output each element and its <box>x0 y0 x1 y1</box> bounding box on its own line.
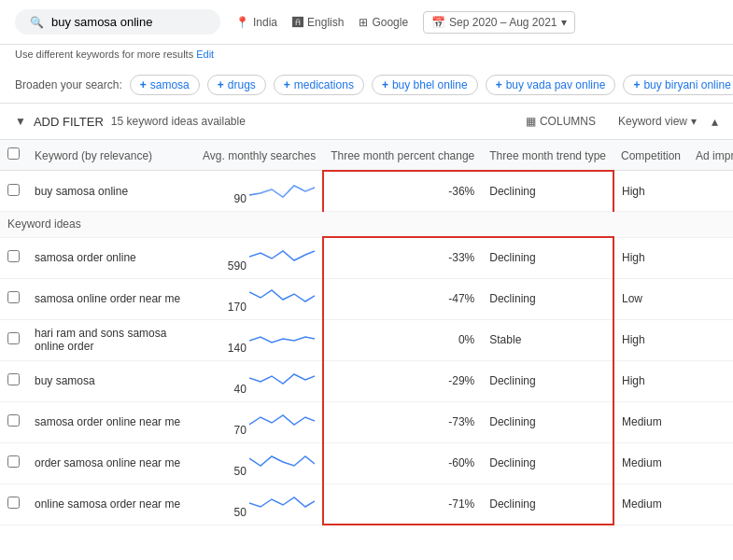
main-sparkline <box>249 176 315 203</box>
table-row: samosa order online near me 70 -73% Decl… <box>0 401 733 442</box>
search-bar: 🔍 📍 India 🅰 English ⊞ Google 📅 Sep 2020 … <box>0 0 733 45</box>
calendar-icon: 📅 <box>431 16 445 29</box>
network-label: Google <box>372 16 408 29</box>
row-keyword-cell: hari ram and sons samosa online order <box>27 319 195 360</box>
row-checkbox[interactable] <box>7 497 20 509</box>
broaden-tag-medications[interactable]: + medications <box>274 75 364 95</box>
row-checkbox-cell[interactable] <box>0 237 27 278</box>
row-checkbox[interactable] <box>7 414 20 427</box>
row-keyword-cell: order samosa online near me <box>27 442 195 483</box>
broaden-tag-buy-biryani[interactable]: + buy biryani online <box>623 75 733 95</box>
avg-monthly-col-header[interactable]: Avg. monthly searches <box>195 140 323 171</box>
row-checkbox[interactable] <box>7 373 20 385</box>
main-row-checkbox-cell[interactable] <box>0 171 27 212</box>
row-pct-cell: 0% <box>323 319 482 360</box>
plus-icon: + <box>218 78 224 91</box>
main-trend-cell: Declining <box>482 171 613 212</box>
location-icon: 📍 <box>235 16 249 29</box>
row-pct-cell: -60% <box>323 442 482 483</box>
row-checkbox[interactable] <box>7 455 20 468</box>
row-avg-monthly-cell: 140 <box>195 319 323 360</box>
row-ad-impression-cell: – <box>688 401 733 442</box>
filter-right: ▦ COLUMNS Keyword view ▾ ▴ <box>518 111 718 132</box>
three-month-trend-col-header[interactable]: Three month trend type <box>482 140 613 171</box>
broaden-tag-buy-vada[interactable]: + buy vada pav online <box>486 75 616 95</box>
row-keyword-cell: samosa online order near me <box>27 278 195 319</box>
row-trend-cell: Declining <box>482 278 613 319</box>
main-keyword-row: buy samosa online 90 -36% Declining High <box>0 171 733 212</box>
search-input[interactable] <box>51 15 205 29</box>
row-pct-cell: -71% <box>323 483 482 525</box>
location-label: India <box>253 16 277 29</box>
row-keyword-cell: samosa order online near me <box>27 401 195 442</box>
table-row: hari ram and sons samosa online order 14… <box>0 319 733 360</box>
table-header-row: Keyword (by relevance) Avg. monthly sear… <box>0 140 733 171</box>
keyword-ideas-label-cell: Keyword ideas <box>0 212 733 238</box>
row-checkbox-cell[interactable] <box>0 401 27 442</box>
keyword-col-header[interactable]: Keyword (by relevance) <box>27 140 195 171</box>
chevron-down-icon: ▾ <box>691 115 697 128</box>
broaden-label: Broaden your search: <box>15 78 122 91</box>
keyword-count: 15 keyword ideas available <box>111 115 246 128</box>
row-checkbox-cell[interactable] <box>0 483 27 525</box>
plus-icon: + <box>633 78 640 91</box>
chevron-down-icon: ▾ <box>561 16 567 29</box>
search-input-wrap[interactable]: 🔍 <box>15 9 220 35</box>
search-icon: 🔍 <box>30 16 44 29</box>
main-avg-monthly-cell: 90 <box>195 171 323 212</box>
broaden-bar: Broaden your search: + samosa + drugs + … <box>0 67 733 104</box>
hint-edit-link[interactable]: Edit <box>196 49 214 60</box>
row-ad-impression-cell: – <box>688 360 733 401</box>
row-trend-cell: Declining <box>482 237 613 278</box>
row-pct-cell: -33% <box>323 237 482 278</box>
row-competition-cell: Medium <box>613 401 688 442</box>
row-sparkline <box>249 408 315 434</box>
select-all-checkbox[interactable] <box>7 147 20 160</box>
broaden-tag-label: drugs <box>228 78 256 91</box>
row-ad-impression-cell: – <box>688 278 733 319</box>
row-pct-cell: -47% <box>323 278 482 319</box>
columns-button[interactable]: ▦ COLUMNS <box>518 111 603 132</box>
row-pct-cell: -29% <box>323 360 482 401</box>
main-competition-cell: High <box>613 171 688 212</box>
row-checkbox[interactable] <box>7 291 20 303</box>
row-avg-monthly-cell: 590 <box>195 237 323 278</box>
row-checkbox[interactable] <box>7 250 20 262</box>
table-row: online samosa order near me 50 -71% Decl… <box>0 483 733 525</box>
date-range-picker[interactable]: 📅 Sep 2020 – Aug 2021 ▾ <box>423 11 574 34</box>
row-competition-cell: Medium <box>613 483 688 525</box>
row-checkbox-cell[interactable] <box>0 442 27 483</box>
broaden-tag-label: buy bhel online <box>392 78 468 91</box>
translate-icon: 🅰 <box>292 16 303 29</box>
row-sparkline <box>249 244 315 270</box>
row-checkbox-cell[interactable] <box>0 525 27 527</box>
row-checkbox-cell[interactable] <box>0 319 27 360</box>
row-sparkline <box>249 449 315 475</box>
row-competition-cell: High <box>613 237 688 278</box>
row-ad-impression-cell: – <box>688 525 733 527</box>
main-row-checkbox[interactable] <box>7 184 20 196</box>
broaden-tag-drugs[interactable]: + drugs <box>207 75 266 95</box>
broaden-tag-label: samosa <box>150 78 190 91</box>
row-checkbox-cell[interactable] <box>0 278 27 319</box>
broaden-tag-label: buy biryani online <box>643 78 730 91</box>
broaden-tag-buy-bhel[interactable]: + buy bhel online <box>372 75 478 95</box>
competition-col-header[interactable]: Competition <box>613 140 688 171</box>
table-row: buy samosa 40 -29% Declining High – ₹1.5… <box>0 360 733 401</box>
keyword-view-button[interactable]: Keyword view ▾ <box>611 111 704 132</box>
broaden-tag-samosa[interactable]: + samosa <box>130 75 200 95</box>
table-row: aldi samosa maker buy online 10 0% Stabl… <box>0 525 733 527</box>
row-keyword-cell: buy samosa <box>27 360 195 401</box>
row-checkbox-cell[interactable] <box>0 360 27 401</box>
collapse-button[interactable]: ▴ <box>712 114 718 129</box>
row-keyword-cell: samosa order online <box>27 237 195 278</box>
ad-impression-col-header[interactable]: Ad impression share <box>688 140 733 171</box>
add-filter-label[interactable]: ADD FILTER <box>34 115 104 129</box>
broaden-tag-label: buy vada pav online <box>506 78 606 91</box>
select-all-header[interactable] <box>0 140 27 171</box>
language-meta: 🅰 English <box>292 16 344 29</box>
row-checkbox[interactable] <box>7 332 20 344</box>
row-ad-impression-cell: – <box>688 237 733 278</box>
three-month-pct-col-header[interactable]: Three month percent change <box>323 140 482 171</box>
row-competition-cell: High <box>613 319 688 360</box>
